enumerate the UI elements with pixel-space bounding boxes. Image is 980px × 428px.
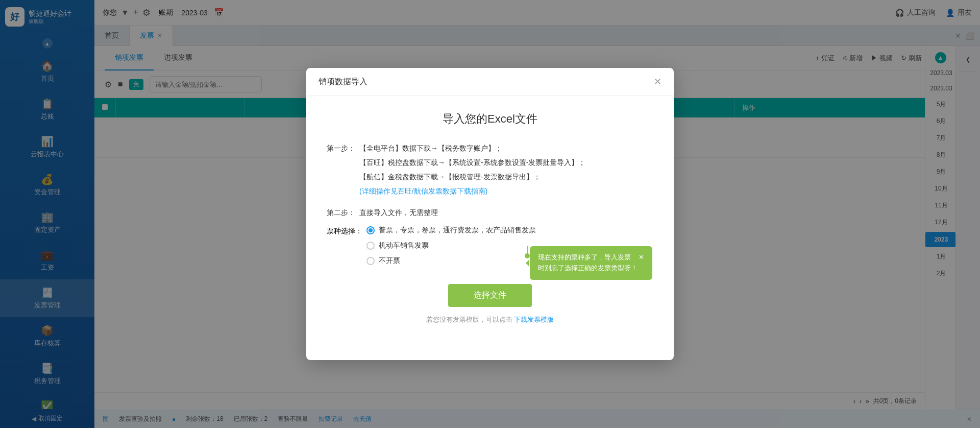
ticket-option-0-label: 普票，专票，卷票，通行费发票，农产品销售发票 (379, 226, 536, 235)
ticket-select: 票种选择： 普票，专票，卷票，通行费发票，农产品销售发票 机动车销售发票 (327, 226, 653, 272)
radio-1 (366, 242, 375, 250)
modal-title: 销项数据导入 (318, 77, 368, 87)
tooltip-line (527, 246, 528, 253)
ticket-option-1[interactable]: 机动车销售发票 (366, 241, 536, 250)
step1-link: (详细操作见百旺/航信发票数据下载指南) (359, 184, 585, 198)
radio-0 (366, 226, 375, 234)
download-tip: 若您没有发票模版，可以点击 (426, 316, 512, 323)
tooltip-dot (525, 253, 530, 258)
step1-content: 第一步： 【全电平台】数据下载→【税务数字账户】； 【百旺】税控盘数据下载→【系… (327, 141, 653, 198)
select-file-btn[interactable]: 选择文件 (448, 284, 532, 307)
import-modal: 销项数据导入 ✕ 导入您的Excel文件 第一步： 【全电平台】数据下载→【税务… (306, 68, 674, 360)
tooltip-container: ✕ 现在支持的票种多了，导入发票时别忘了选择正确的发票类型呀！ (530, 246, 652, 280)
ticket-select-label: 票种选择： (327, 226, 362, 236)
ticket-select-row: 票种选择： 普票，专票，卷票，通行费发票，农产品销售发票 机动车销售发票 (327, 226, 653, 272)
step1: 第一步： 【全电平台】数据下载→【税务数字账户】； 【百旺】税控盘数据下载→【系… (327, 141, 653, 198)
modal-main-title: 导入您的Excel文件 (327, 111, 653, 127)
select-file-section: 选择文件 (327, 284, 653, 307)
tooltip-text: 现在支持的票种多了，导入发票时别忘了选择正确的发票类型呀！ (538, 253, 638, 272)
download-link[interactable]: 下载发票模版 (514, 316, 554, 323)
ticket-option-1-label: 机动车销售发票 (379, 241, 429, 250)
download-template: 若您没有发票模版，可以点击 下载发票模版 (327, 315, 653, 324)
ticket-option-2[interactable]: 不开票 (366, 256, 536, 266)
step1-line3: 【航信】金税盘数据下载→【报税管理-发票数据导出】； (359, 170, 585, 184)
modal-body: 导入您的Excel文件 第一步： 【全电平台】数据下载→【税务数字账户】； 【百… (306, 96, 674, 340)
radio-2 (366, 257, 375, 265)
ticket-option-2-label: 不开票 (379, 256, 400, 266)
step2-content: 直接导入文件，无需整理 (359, 208, 438, 218)
tooltip-close-btn[interactable]: ✕ (639, 252, 644, 263)
modal-close-btn[interactable]: ✕ (654, 76, 662, 87)
modal-header: 销项数据导入 ✕ (306, 68, 674, 96)
step1-link-text[interactable]: (详细操作见百旺/航信发票数据下载指南) (359, 187, 487, 195)
ticket-option-0[interactable]: 普票，专票，卷票，通行费发票，农产品销售发票 (366, 226, 536, 235)
tooltip-bubble: ✕ 现在支持的票种多了，导入发票时别忘了选择正确的发票类型呀！ (530, 246, 652, 280)
ticket-options: 普票，专票，卷票，通行费发票，农产品销售发票 机动车销售发票 不开票 (366, 226, 536, 272)
step2-label: 第二步： (327, 208, 355, 218)
step1-lines: 【全电平台】数据下载→【税务数字账户】； 【百旺】税控盘数据下载→【系统设置-系… (359, 141, 585, 198)
step1-line1: 【全电平台】数据下载→【税务数字账户】； (359, 141, 585, 155)
step1-line2: 【百旺】税控盘数据下载→【系统设置-系统参数设置-发票批量导入】； (359, 155, 585, 170)
step1-label: 第一步： (327, 141, 355, 198)
modal-overlay[interactable]: 销项数据导入 ✕ 导入您的Excel文件 第一步： 【全电平台】数据下载→【税务… (0, 0, 980, 428)
step2: 第二步： 直接导入文件，无需整理 (327, 208, 653, 218)
